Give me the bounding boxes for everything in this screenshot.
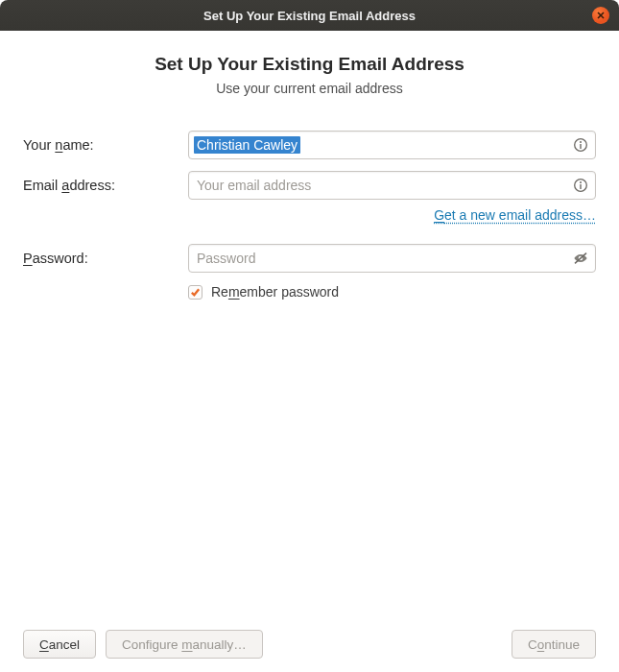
password-input[interactable] <box>188 244 596 273</box>
window-title: Set Up Your Existing Email Address <box>203 9 416 23</box>
svg-point-6 <box>580 181 582 183</box>
email-input[interactable] <box>188 171 596 200</box>
configure-manually-button[interactable]: Configure manually… <box>106 630 263 659</box>
cancel-button[interactable]: Cancel <box>23 630 96 659</box>
row-password: Password: <box>23 244 596 273</box>
name-input[interactable] <box>188 131 596 159</box>
close-icon <box>596 11 606 20</box>
dialog-header: Set Up Your Existing Email Address Use y… <box>23 31 596 104</box>
titlebar: Set Up Your Existing Email Address <box>0 0 619 31</box>
row-email: Email address: <box>23 171 596 200</box>
info-icon[interactable] <box>573 137 588 153</box>
svg-rect-4 <box>580 144 581 149</box>
row-remember: Remember password <box>188 284 596 300</box>
row-name: Your name: Christian Cawley <box>23 131 596 159</box>
close-button[interactable] <box>592 7 609 24</box>
button-bar: Cancel Configure manually… Continue <box>23 620 596 659</box>
heading: Set Up Your Existing Email Address <box>23 54 596 75</box>
info-icon[interactable] <box>573 178 588 193</box>
continue-button[interactable]: Continue <box>512 630 596 659</box>
get-new-email-link[interactable]: Get a new email address… <box>434 207 596 223</box>
svg-point-3 <box>580 141 582 143</box>
eye-off-icon[interactable] <box>573 251 588 266</box>
label-password: Password: <box>23 251 188 266</box>
check-icon <box>190 287 201 298</box>
row-get-new: Get a new email address… <box>23 207 596 223</box>
remember-checkbox[interactable] <box>188 285 202 300</box>
label-name: Your name: <box>23 137 188 153</box>
form: Your name: Christian Cawley Email addres… <box>23 131 596 300</box>
svg-rect-7 <box>580 184 581 189</box>
dialog-content: Set Up Your Existing Email Address Use y… <box>0 31 619 672</box>
remember-label: Remember password <box>211 284 339 300</box>
label-email: Email address: <box>23 178 188 193</box>
subheading: Use your current email address <box>23 81 596 96</box>
